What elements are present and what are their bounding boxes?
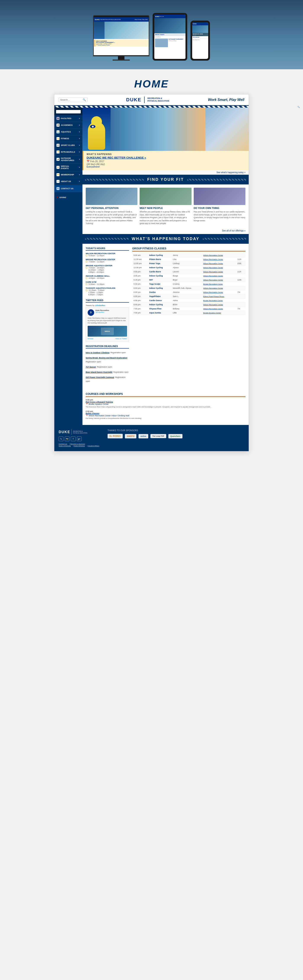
contact-us-footer-link[interactable]: Contact Us — [59, 443, 67, 445]
sidebar-search-input[interactable] — [56, 110, 81, 113]
mascot-area — [82, 108, 111, 151]
class-instructor-9: Jessica — [171, 290, 202, 294]
event-title-link[interactable]: DUKE/UNC WE REC BETTER CHALLENGE » — [87, 156, 246, 159]
location-icon-1: 📍 — [86, 415, 88, 417]
taishoff-h3: 6:45am - 7:30pm — [86, 294, 129, 296]
wilson-hours: WILSON RECREATION CENTER 5:30am - 11:00p… — [86, 252, 129, 257]
class-time-1: 11:30 am — [132, 257, 148, 261]
class-spots-12 — [236, 302, 246, 307]
class-location-0[interactable]: Wilson Recreation Center — [202, 253, 236, 258]
reg-link-2[interactable]: 7v7 Soccer — [86, 366, 96, 368]
home-title: HOME — [0, 78, 303, 90]
class-location-7[interactable]: Brodie Recreation Center — [202, 282, 236, 286]
class-location-3[interactable]: Wilson Recreation Center — [202, 266, 236, 269]
class-location-10[interactable]: Edens Quad Fitness Room — [202, 294, 236, 298]
sidebar-item-about-us[interactable]: ℹ About Us ▼ — [54, 178, 82, 185]
class-time-2: 12:00 pm — [132, 261, 148, 266]
sidebar-item-intramurals[interactable]: 🏆 Intramurals ▼ — [54, 149, 82, 156]
reg-item-4: Girl Power Overnight Campout Registratio… — [86, 375, 129, 383]
class-location-2[interactable]: Wilson Recreation Center — [202, 261, 236, 266]
see-more-link[interactable]: See what's happening today » — [82, 170, 249, 175]
sidebar-search-container[interactable]: 🔍 — [54, 108, 82, 115]
fit-card-title-own: DO YOUR OWN THING — [194, 207, 246, 209]
sidebar-item-facilities[interactable]: 🏛 Facilities ▼ — [54, 115, 82, 122]
duke-logo-text: DUKE — [126, 97, 141, 103]
whats-happening-label: WHAT'S HAPPENING — [87, 153, 246, 156]
class-spots-1: 11/4 — [236, 257, 246, 261]
brodie-aquatics-h1: 7:00am - 10:00am — [86, 267, 129, 269]
sidebar-item-aquatics[interactable]: 🏊 Aquatics ▼ — [54, 129, 82, 135]
class-location-9[interactable]: Wilson Recreation Center — [202, 290, 236, 294]
reg-link-0[interactable]: Intro to Outdoor Climbing — [86, 352, 109, 354]
tweets-label: Tweets by @DukeRec — [86, 304, 129, 307]
class-location-5[interactable]: Wilson Recreation Center — [202, 274, 236, 278]
fit-card-personal: GET PERSONAL ATTENTION Looking for a way… — [86, 188, 137, 225]
instagram-social-icon[interactable]: 📷 — [65, 436, 70, 441]
duke-university-link[interactable]: Duke University — [59, 445, 71, 447]
reg-item-3: Bear Island Dance Overnight Registration… — [86, 370, 129, 374]
class-location-6[interactable]: Wilson Recreation Center — [202, 278, 236, 282]
sidebar-item-outdoor-adventures[interactable]: 🏕 Outdoor Adventures ▼ — [54, 156, 82, 164]
sidebar-search-icon[interactable]: 🔍 — [297, 106, 300, 108]
chevron-down-icon-membership: ▼ — [79, 174, 80, 176]
class-instructor-1: Lisa — [171, 257, 202, 261]
course-name-0[interactable]: Red Cross Lifeguard Training — [86, 401, 246, 403]
registration-title: REGISTRATION DEADLINES — [86, 345, 129, 348]
sidebar-item-giving[interactable]: ♥ Giving — [54, 194, 82, 200]
search-input[interactable] — [60, 99, 82, 101]
reg-item-1: Spring Break: Boxing and Beach Explorati… — [86, 355, 129, 363]
class-name-5: Indoor Cycling — [148, 274, 171, 278]
course-time-0: 5:00 pm — [86, 399, 246, 401]
class-name-0: Indoor Cycling — [148, 253, 171, 258]
see-offerings-link[interactable]: See all of our offerings » — [82, 228, 249, 234]
class-location-4[interactable]: Wilson Recreation Center — [202, 269, 236, 274]
duke-athletics-link[interactable]: Duke Athletics — [74, 445, 85, 447]
clock-icon-wilson — [86, 255, 87, 256]
sidebar-item-sport-clubs[interactable]: ⚽ Sport Clubs ▼ — [54, 142, 82, 149]
class-location-14[interactable]: Brodie Aquatics Center — [202, 311, 236, 315]
sidebar-item-contact-us[interactable]: ✉ Contact Us — [54, 185, 82, 192]
class-row-2: 12:00 pm Power Yoga Lindsay Wilson Recre… — [132, 261, 246, 266]
facebook-social-icon[interactable]: f — [71, 436, 76, 441]
class-row-0: 5:00 am Indoor Cycling Jenny Wilson Recr… — [132, 253, 246, 258]
fitness-class-table: 5:00 am Indoor Cycling Jenny Wilson Recr… — [132, 253, 246, 315]
fit-card-title-meet: MEET NEW PEOPLE — [140, 207, 191, 209]
footer-logo-text: DUKE — [59, 430, 70, 434]
hours-section: TODAY'S HOURS WILSON RECREATION CENTER 5… — [86, 247, 129, 296]
student-affairs-link[interactable]: Student Affairs — [88, 445, 99, 447]
brodie-aquatics-name: BRODIE AQUATICS CENTER — [86, 264, 129, 267]
brodie-aquatics-h3: 4:00pm - 10:00pm — [86, 271, 129, 273]
class-name-12: Indoor Cycling — [148, 302, 171, 307]
search-icon[interactable]: 🔍 — [82, 98, 86, 101]
chevron-down-icon-facilities: ▼ — [79, 118, 80, 119]
class-location-8[interactable]: Wilson Recreation Center — [202, 286, 236, 290]
view-on-twitter[interactable]: View on Twitter — [115, 338, 127, 340]
googleplus-social-icon[interactable]: g+ — [77, 436, 82, 441]
class-instructor-10: Sam L. — [171, 294, 202, 298]
header-search[interactable]: 🔍 — [59, 97, 87, 102]
footer-sub-text: RECREATION & PHYSICAL EDUCATION — [73, 430, 87, 434]
sidebar-item-membership[interactable]: 🎫 Membership ▼ — [54, 172, 82, 178]
class-location-1[interactable]: Wilson Recreation Center — [202, 257, 236, 261]
contact-icon: ✉ — [57, 187, 60, 190]
class-location-11[interactable]: Brodie Recreation Center — [202, 298, 236, 302]
class-spots-7 — [236, 282, 246, 286]
class-spots-14 — [236, 311, 246, 315]
become-sponsor-link[interactable]: Become a Sponsor — [70, 443, 85, 445]
card-gym-hours: CARD GYM 5:30am - 11:00pm — [86, 281, 129, 285]
twitter-social-icon[interactable]: 𝕏 — [59, 436, 63, 441]
reg-link-3[interactable]: Bear Island Dance Overnight — [86, 371, 112, 373]
class-location-13[interactable]: Wilson Recreation Center — [202, 307, 236, 311]
sidebar-item-academics[interactable]: 🎓 Academics ▼ — [54, 122, 82, 129]
sidebar-item-fitness[interactable]: 💪 Fitness ▼ — [54, 135, 82, 142]
reg-link-1[interactable]: Spring Break: Boxing and Beach Explorati… — [86, 357, 127, 359]
class-location-12[interactable]: Wilson Recreation Center — [202, 302, 236, 307]
sidebar-item-special-events[interactable]: 🎉 Special Events ▼ — [54, 164, 82, 172]
special-events-icon: 🎉 — [57, 166, 60, 169]
sponsor-enzos: enZos — [138, 434, 148, 438]
course-name-1[interactable]: Bellay Classes — [86, 412, 246, 415]
class-time-5: 4:45 pm — [132, 274, 148, 278]
reg-link-4[interactable]: Girl Power Overnight Campout — [86, 376, 114, 379]
chevron-down-icon-about: ▼ — [79, 181, 80, 183]
class-instructor-12: Brian — [171, 302, 202, 307]
